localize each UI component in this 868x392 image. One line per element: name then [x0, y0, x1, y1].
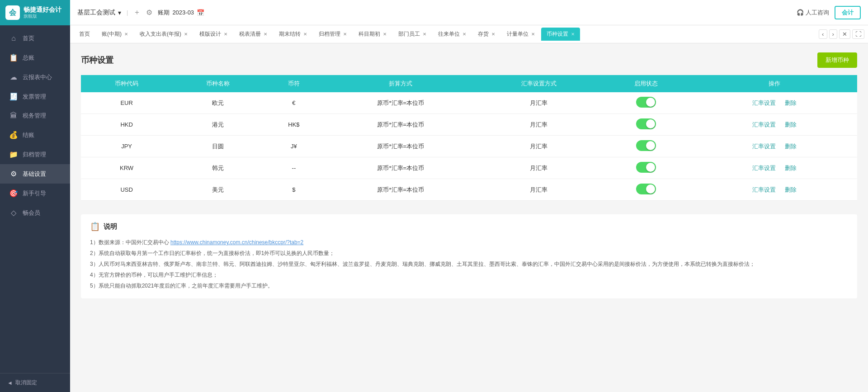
sidebar-item-invoice[interactable]: 🧾发票管理 — [0, 87, 70, 106]
cell-actions: 汇率设置 删除 — [692, 179, 857, 201]
sidebar-item-archive[interactable]: 📁归档管理 — [0, 145, 70, 164]
cell-actions: 汇率设置 删除 — [692, 92, 857, 114]
toggle-enabled[interactable] — [636, 118, 656, 129]
rate-setting-link[interactable]: 汇率设置 — [752, 165, 776, 171]
cell-name: 港元 — [172, 114, 264, 136]
tab-scroll-left[interactable]: ‹ — [819, 29, 827, 39]
sidebar-item-tax[interactable]: 🏛税务管理 — [0, 106, 70, 125]
tab-close-tax[interactable]: ✕ — [264, 32, 267, 37]
sidebar-label-settings: 基础设置 — [23, 170, 46, 178]
tab-subjects[interactable]: 科目期初✕ — [353, 28, 392, 41]
sidebar-icon-ledger: 📋 — [9, 53, 18, 62]
separator: | — [127, 9, 128, 16]
company-name: 基层工会测试 — [77, 9, 115, 17]
sidebar-icon-reports: ☁ — [9, 73, 18, 81]
tab-close-subjects[interactable]: ✕ — [383, 32, 387, 37]
sidebar-item-settle[interactable]: 💰结账 — [0, 125, 70, 145]
tab-close-archive[interactable]: ✕ — [343, 32, 347, 37]
note-item: 3）人民币对马来西亚林吉特、俄罗斯卢布、南非兰特、韩元、阿联酋迪拉姆、沙特里亚尔… — [90, 259, 848, 269]
delete-link[interactable]: 删除 — [785, 99, 797, 106]
tab-archive[interactable]: 归档管理✕ — [313, 28, 352, 41]
delete-link[interactable]: 删除 — [785, 121, 797, 128]
tab-income[interactable]: 收入支出表(年报)✕ — [134, 28, 193, 41]
sidebar-pin-toggle[interactable]: ◄ 取消固定 — [0, 373, 70, 392]
tab-close-template[interactable]: ✕ — [224, 32, 227, 37]
delete-link[interactable]: 删除 — [785, 186, 797, 193]
toggle-enabled[interactable] — [636, 140, 656, 151]
sidebar-item-home[interactable]: ⌂首页 — [0, 29, 70, 48]
tab-label-subjects: 科目期初 — [359, 30, 380, 38]
role-button[interactable]: 会计 — [835, 6, 861, 19]
table-row: HKD 港元 HK$ 原币*汇率=本位币 月汇率 汇率设置 删除 — [81, 114, 857, 136]
tab-home[interactable]: 首页 — [74, 28, 95, 41]
sidebar-icon-vip: ◇ — [9, 208, 18, 217]
tab-close-vendor[interactable]: ✕ — [462, 32, 466, 37]
tab-unit[interactable]: 计量单位✕ — [501, 28, 540, 41]
sidebar-item-settings[interactable]: ⚙基础设置 — [0, 164, 70, 184]
tab-maximize[interactable]: ⛶ — [852, 29, 864, 39]
cell-rate-type: 月汇率 — [477, 157, 600, 179]
notes-content: 1）数据来源：中国外汇交易中心 https://www.chinamoney.c… — [90, 237, 848, 291]
period-label: 账期 — [158, 9, 170, 17]
tab-close-period[interactable]: ✕ — [124, 32, 128, 37]
tab-close-unit[interactable]: ✕ — [531, 32, 535, 37]
cell-actions: 汇率设置 删除 — [692, 114, 857, 136]
add-tab-button[interactable]: ＋ — [133, 8, 141, 17]
tab-period[interactable]: 账(中期)✕ — [96, 28, 133, 41]
tab-close-close[interactable]: ✕ — [303, 32, 307, 37]
tab-dept[interactable]: 部门员工✕ — [393, 28, 432, 41]
tab-close-dept[interactable]: ✕ — [423, 32, 426, 37]
new-currency-button[interactable]: 新增币种 — [817, 52, 857, 68]
toggle-enabled[interactable] — [636, 97, 656, 108]
sidebar-item-ledger[interactable]: 📋总账 — [0, 48, 70, 67]
table-header-row: 币种代码币种名称币符折算方式汇率设置方式启用状态操作 — [81, 75, 857, 92]
sidebar-item-guide[interactable]: 🎯新手引导 — [0, 184, 70, 203]
sidebar-label-ledger: 总账 — [23, 54, 34, 62]
sidebar-label-tax: 税务管理 — [23, 112, 46, 120]
cell-actions: 汇率设置 删除 — [692, 136, 857, 157]
table-row: EUR 欧元 € 原币*汇率=本位币 月汇率 汇率设置 删除 — [81, 92, 857, 114]
tab-currency[interactable]: 币种设置✕ — [541, 28, 580, 41]
settings-icon[interactable]: ⚙ — [146, 8, 152, 17]
col-header: 汇率设置方式 — [477, 75, 600, 92]
app-name: 畅捷通好会计 — [24, 6, 61, 14]
app-sub: 旗舰版 — [24, 13, 61, 19]
note-item: 5）系统只能自动抓取2021年度后的汇率，之前年度汇率需要用户手工维护。 — [90, 280, 848, 291]
period-selector[interactable]: 账期 2023-03 📅 — [158, 9, 204, 17]
tab-close[interactable]: 期末结转✕ — [274, 28, 312, 41]
tab-close-all[interactable]: ✕ — [839, 29, 850, 39]
rate-setting-link[interactable]: 汇率设置 — [752, 143, 776, 150]
toggle-enabled[interactable] — [636, 184, 656, 194]
sidebar-label-archive: 归档管理 — [23, 151, 46, 159]
company-selector[interactable]: 基层工会测试 ▾ — [77, 9, 121, 17]
tab-label-tax: 税表清册 — [239, 30, 261, 38]
toggle-enabled[interactable] — [636, 162, 656, 173]
sidebar-icon-home: ⌂ — [9, 34, 18, 43]
cell-name: 日圆 — [172, 136, 264, 157]
cell-rate-type: 月汇率 — [477, 92, 600, 114]
cell-rate-type: 月汇率 — [477, 114, 600, 136]
tab-close-inventory[interactable]: ✕ — [491, 32, 495, 37]
notes-link[interactable]: https://www.chinamoney.com.cn/chinese/bk… — [170, 239, 303, 246]
tab-tax[interactable]: 税表清册✕ — [234, 28, 273, 41]
notes-section: 📋 说明 1）数据来源：中国外汇交易中心 https://www.chinamo… — [81, 214, 857, 298]
sidebar-item-vip[interactable]: ◇畅会员 — [0, 203, 70, 222]
col-header: 启用状态 — [600, 75, 692, 92]
delete-link[interactable]: 删除 — [785, 165, 797, 171]
delete-link[interactable]: 删除 — [785, 143, 797, 150]
notes-icon: 📋 — [90, 222, 100, 231]
tab-label-template: 模版设计 — [199, 30, 221, 38]
tab-vendor[interactable]: 往来单位✕ — [433, 28, 472, 41]
sidebar-item-reports[interactable]: ☁云报表中心 — [0, 67, 70, 87]
tab-scroll-right[interactable]: › — [829, 29, 837, 39]
sidebar-label-settle: 结账 — [23, 131, 34, 139]
rate-setting-link[interactable]: 汇率设置 — [752, 99, 776, 106]
rate-setting-link[interactable]: 汇率设置 — [752, 121, 776, 128]
tab-close-currency[interactable]: ✕ — [571, 32, 575, 37]
tab-template[interactable]: 模版设计✕ — [194, 28, 233, 41]
tab-close-income[interactable]: ✕ — [184, 32, 188, 37]
tab-inventory[interactable]: 存货✕ — [472, 28, 500, 41]
rate-setting-link[interactable]: 汇率设置 — [752, 186, 776, 193]
service-button[interactable]: 🎧 人工咨询 — [797, 9, 829, 17]
cell-symbol: -- — [264, 157, 324, 179]
